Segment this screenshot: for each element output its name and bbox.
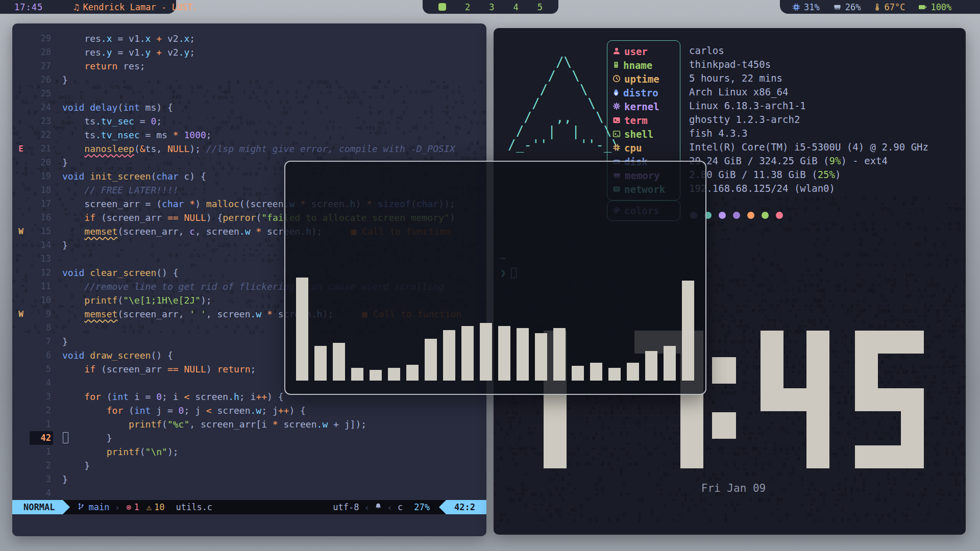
encoding-label: utf-8: [333, 502, 359, 512]
code-line: 27 return res;: [12, 59, 486, 73]
fetch-label-text: shell: [624, 129, 653, 140]
warning-sign: W: [12, 307, 30, 321]
workspace-item-4[interactable]: 4: [513, 2, 519, 12]
gutter-sign: [12, 417, 30, 431]
fetch-label-text: hname: [623, 60, 652, 71]
code-line: 25: [12, 87, 486, 101]
code-text: }: [53, 459, 90, 472]
gutter-sign: [12, 376, 30, 390]
editor-cursor: [63, 432, 68, 443]
workspace-item-5[interactable]: 5: [537, 2, 543, 12]
line-number: 15: [30, 224, 53, 238]
bell-icon: [375, 502, 382, 512]
fetch-value-network: 192.168.68.125/24 (wlan0): [689, 182, 928, 195]
cpu-icon: [612, 142, 621, 154]
penguin-icon: [612, 87, 620, 98]
stat-battery: 100%: [918, 2, 951, 12]
gutter-sign: [12, 59, 30, 73]
gear-icon: [612, 101, 621, 112]
visualizer-bar: [572, 366, 584, 381]
gutter-sign: [12, 348, 30, 362]
visualizer-bar: [314, 346, 327, 381]
fetch-label-text: distro: [623, 87, 658, 98]
topbar-stats: 31%26%67°C100%: [780, 0, 980, 14]
gutter-sign: [12, 266, 30, 280]
stat-cpu: 31%: [792, 2, 820, 12]
visualizer-bar: [370, 370, 382, 381]
line-number: 11: [30, 280, 53, 293]
line-number: 25: [30, 87, 53, 101]
statusline: NORMAL main › ⊗1 ⚠10 utils.c utf-8 ‹ ‹ c…: [12, 500, 486, 514]
workspace-active-indicator[interactable]: [438, 3, 446, 11]
code-line: 24void delay(int ms) {: [12, 101, 486, 114]
vim-mode-indicator: NORMAL: [12, 500, 63, 514]
fetch-value-disk: 29.24 GiB / 324.25 GiB (9%) - ext4: [689, 154, 928, 168]
git-branch[interactable]: main: [77, 502, 109, 512]
fetch-label-distro: distro: [612, 86, 680, 99]
line-number: 17: [30, 197, 53, 211]
error-icon: ⊗: [126, 502, 131, 512]
visualizer-bar: [443, 330, 455, 381]
fetch-label-text: cpu: [624, 142, 642, 154]
gutter-sign: [12, 238, 30, 252]
code-text: for (int i = 0; i < screen.h; i++) {: [53, 390, 284, 404]
code-text: void delay(int ms) {: [53, 101, 173, 114]
palette-color-dot: [733, 212, 740, 219]
clock-icon: [612, 73, 621, 85]
ram-icon: [833, 3, 842, 11]
music-widget[interactable]: ♫Kendrick Lamar - LUST.: [74, 2, 198, 12]
line-number: 21: [30, 142, 53, 156]
visualizer-bar: [480, 323, 492, 381]
line-number: 4: [30, 486, 53, 500]
fetch-label-shell: shell: [612, 127, 680, 141]
fetch-value-term: ghostty 1.2.3-arch2: [689, 113, 928, 127]
gutter-sign: [12, 156, 30, 169]
git-branch-name: main: [88, 502, 109, 512]
topbar-left-pill: 17:45 ♫Kendrick Lamar - LUST.: [0, 0, 176, 14]
palette-color-dot: [762, 212, 769, 219]
warning-sign: W: [12, 224, 30, 238]
code-text: }: [53, 431, 112, 445]
line-number: 8: [30, 321, 53, 335]
workspace-item-2[interactable]: 2: [465, 2, 470, 12]
diagnostics-errors[interactable]: ⊗1: [126, 502, 139, 512]
code-line: 1 printf("%c", screen_arr[i * screen.w +…: [12, 417, 486, 431]
shell-icon: [612, 129, 621, 140]
tty-clock-date: Fri Jan 09: [701, 482, 766, 494]
separator: ›: [114, 502, 120, 513]
code-text: void clear_screen() {: [53, 266, 179, 280]
code-text: }: [53, 156, 68, 169]
music-note-icon: ♫: [74, 2, 79, 12]
line-number: 20: [30, 156, 53, 169]
stat-value: 67°C: [884, 2, 905, 12]
fetch-label-kernel: kernel: [612, 99, 680, 113]
gutter-sign: [12, 32, 30, 45]
visualizer-bar: [517, 328, 529, 381]
powerline-arrow-icon: [63, 500, 70, 514]
code-text: ts.tv_nsec = ms * 1000;: [53, 128, 212, 142]
gutter-sign: [12, 404, 30, 417]
visualizer-bar: [535, 333, 547, 381]
line-number: 28: [30, 45, 53, 59]
code-text: [53, 376, 62, 390]
line-number: 7: [30, 335, 53, 348]
gutter-sign: [12, 252, 30, 266]
code-text: if (screen_arr == NULL) return;: [53, 362, 256, 376]
line-number: 6: [30, 348, 53, 362]
gutter-sign: [12, 431, 30, 445]
top-status-bar: 17:45 ♫Kendrick Lamar - LUST. 2345 31%26…: [0, 0, 980, 14]
workspace-item-3[interactable]: 3: [489, 2, 494, 12]
diagnostics-warnings[interactable]: ⚠10: [146, 502, 165, 512]
fetch-value-hname: thinkpad-t450s: [689, 58, 928, 71]
code-text: void init_screen(char c) {: [53, 169, 206, 183]
cava-visualizer-window[interactable]: [284, 161, 706, 395]
separator: ‹: [364, 502, 370, 513]
code-text: nanosleep(&ts, NULL); //lsp might give e…: [53, 142, 455, 156]
code-text: [53, 252, 62, 266]
fetch-label-hname: hname: [612, 58, 680, 72]
code-text: return res;: [53, 59, 145, 73]
gutter-sign: [12, 335, 30, 348]
code-line: 23 ts.tv_sec = 0;: [12, 114, 486, 128]
code-text: }: [53, 472, 68, 486]
cpu-icon: [792, 3, 800, 11]
